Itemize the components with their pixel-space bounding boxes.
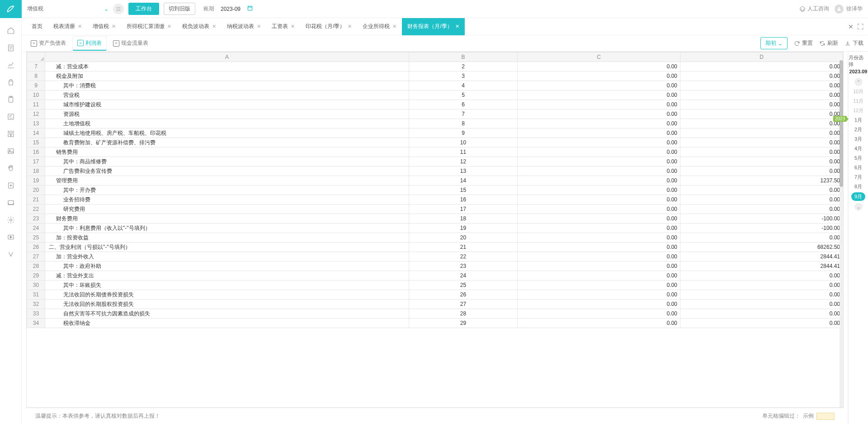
close-icon[interactable]: ✕ <box>257 24 261 29</box>
cell[interactable]: -100.00 <box>680 214 843 224</box>
col-header-A[interactable]: A <box>45 52 409 62</box>
row-number[interactable]: 31 <box>27 290 45 300</box>
cell[interactable]: 25 <box>409 281 518 290</box>
row-number[interactable]: 18 <box>27 167 45 176</box>
cell[interactable]: 9 <box>409 129 518 138</box>
cell[interactable]: 销售费用 <box>45 148 409 157</box>
download-button[interactable]: 下载 <box>844 39 863 47</box>
cell[interactable]: 0.00 <box>680 100 843 110</box>
row-number[interactable]: 14 <box>27 129 45 138</box>
cell[interactable]: 6 <box>409 100 518 110</box>
expand-icon[interactable]: ⛶ <box>857 23 863 30</box>
tab-8[interactable]: 企业所得税✕ <box>357 18 402 35</box>
cell[interactable]: 0.00 <box>518 252 680 262</box>
row-number[interactable]: 20 <box>27 186 45 195</box>
cell[interactable]: 0.00 <box>518 129 680 138</box>
cell[interactable]: 0.00 <box>680 186 843 195</box>
video-icon[interactable] <box>6 233 15 242</box>
cell[interactable]: 0.00 <box>518 319 680 328</box>
company-selector[interactable]: 增值税 ⌄ <box>27 5 108 13</box>
month-item-6[interactable]: 4月 <box>849 144 868 153</box>
row-number[interactable]: 26 <box>27 243 45 252</box>
cell[interactable]: 其中：政府补助 <box>45 262 409 271</box>
row-number[interactable]: 30 <box>27 281 45 290</box>
cell[interactable]: 0.00 <box>518 110 680 119</box>
inbox-icon[interactable] <box>6 198 15 207</box>
cell[interactable]: 0.00 <box>680 290 843 300</box>
cell[interactable]: 10 <box>409 138 518 148</box>
cell[interactable]: 24 <box>409 271 518 281</box>
cell[interactable]: 2 <box>409 62 518 71</box>
cell[interactable]: 0.00 <box>680 119 843 129</box>
cell[interactable]: 28 <box>409 309 518 319</box>
row-number[interactable]: 19 <box>27 176 45 186</box>
cell[interactable]: 广告费和业务宣传费 <box>45 167 409 176</box>
cell[interactable]: 税收滞纳金 <box>45 319 409 328</box>
close-icon[interactable]: ✕ <box>112 24 116 29</box>
month-item-4[interactable]: 2月 <box>849 125 868 134</box>
cell[interactable]: 11 <box>409 148 518 157</box>
row-number[interactable]: 13 <box>27 119 45 129</box>
cell[interactable]: 0.00 <box>680 91 843 100</box>
cell[interactable]: 22 <box>409 252 518 262</box>
cell[interactable]: 城镇土地使用税、房产税、车船税、印花税 <box>45 129 409 138</box>
cell[interactable]: 0.00 <box>518 233 680 243</box>
chart-icon[interactable] <box>6 61 15 70</box>
cell[interactable]: 12 <box>409 157 518 167</box>
month-prev-button[interactable]: ⌃ <box>854 78 863 86</box>
subtab-1[interactable]: ≡利润表 <box>72 36 107 51</box>
row-number[interactable]: 15 <box>27 138 45 148</box>
month-item-8[interactable]: 6月 <box>849 163 868 172</box>
cell[interactable]: 0.00 <box>680 81 843 91</box>
row-number[interactable]: 32 <box>27 300 45 309</box>
home-icon[interactable] <box>6 26 15 35</box>
row-number[interactable]: 21 <box>27 195 45 205</box>
template-icon[interactable] <box>6 129 15 138</box>
month-item-3[interactable]: 1月2023 <box>849 115 868 125</box>
cell[interactable]: 二、营业利润（亏损以"-"号填列） <box>45 243 409 252</box>
cell[interactable]: 13 <box>409 167 518 176</box>
tab-9[interactable]: 财务报表（月/季）✕ <box>402 18 464 35</box>
cell[interactable]: 0.00 <box>518 205 680 214</box>
cell[interactable]: 0.00 <box>518 195 680 205</box>
close-icon[interactable]: ✕ <box>78 24 82 29</box>
tab-5[interactable]: 纳税波动表✕ <box>222 18 266 35</box>
row-number[interactable]: 12 <box>27 110 45 119</box>
col-header-B[interactable]: B <box>409 52 518 62</box>
cell[interactable]: 0.00 <box>680 110 843 119</box>
month-item-5[interactable]: 3月 <box>849 134 868 144</box>
close-icon[interactable]: ✕ <box>455 24 459 29</box>
month-item-10[interactable]: 8月 <box>849 182 868 191</box>
cell[interactable]: 0.00 <box>518 290 680 300</box>
tab-4[interactable]: 税负波动表✕ <box>177 18 222 35</box>
v-icon[interactable] <box>6 250 15 259</box>
row-number[interactable]: 8 <box>27 71 45 81</box>
close-icon[interactable]: ✕ <box>291 24 295 29</box>
tab-2[interactable]: 增值税✕ <box>87 18 121 35</box>
document-icon[interactable] <box>6 43 15 52</box>
cell[interactable]: 8 <box>409 119 518 129</box>
cell[interactable]: 0.00 <box>518 119 680 129</box>
tab-1[interactable]: 税表清册✕ <box>48 18 87 35</box>
cell[interactable]: 2844.41 <box>680 262 843 271</box>
cell[interactable]: 减：营业成本 <box>45 62 409 71</box>
cell[interactable]: 0.00 <box>518 100 680 110</box>
cell[interactable]: 业务招待费 <box>45 195 409 205</box>
row-number[interactable]: 33 <box>27 309 45 319</box>
cell[interactable]: 0.00 <box>680 148 843 157</box>
consult-button[interactable]: 人工咨询 <box>799 5 829 13</box>
row-number[interactable]: 23 <box>27 214 45 224</box>
cell[interactable]: 减：营业外支出 <box>45 271 409 281</box>
export-icon[interactable] <box>6 181 15 190</box>
row-number[interactable]: 24 <box>27 224 45 233</box>
cell[interactable]: 21 <box>409 243 518 252</box>
cell[interactable]: 0.00 <box>680 62 843 71</box>
row-number[interactable]: 25 <box>27 233 45 243</box>
cell[interactable]: 0.00 <box>518 186 680 195</box>
row-number[interactable]: 34 <box>27 319 45 328</box>
cell[interactable]: 17 <box>409 205 518 214</box>
checklist-icon[interactable] <box>6 112 15 121</box>
cell[interactable]: 其中：商品维修费 <box>45 157 409 167</box>
cell[interactable]: 2844.41 <box>680 252 843 262</box>
tab-7[interactable]: 印花税（月/季）✕ <box>300 18 357 35</box>
